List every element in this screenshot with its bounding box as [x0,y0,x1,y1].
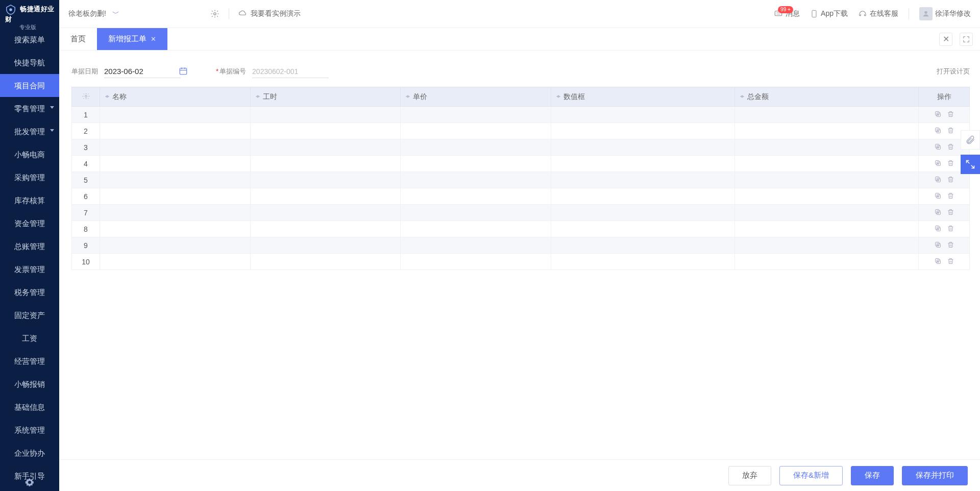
cell-number[interactable] [551,205,734,221]
sidebar-item-6[interactable]: 采购管理 [0,166,59,189]
cell-number[interactable] [551,221,734,237]
delete-row-icon[interactable] [947,193,954,201]
cell-number[interactable] [551,237,734,254]
col-name[interactable]: 名称 [100,87,251,107]
col-number[interactable]: 数值框 [551,87,734,107]
delete-row-icon[interactable] [947,144,954,152]
cell-hours[interactable] [250,221,401,237]
sidebar-item-2[interactable]: 项目合同 [0,74,59,97]
cell-number[interactable] [551,172,734,188]
cell-hours[interactable] [250,205,401,221]
copy-row-icon[interactable] [934,226,942,234]
cell-hours[interactable] [250,172,401,188]
cell-number[interactable] [551,139,734,156]
delete-row-icon[interactable] [947,242,954,250]
cell-name[interactable] [100,205,251,221]
cell-price[interactable] [401,205,551,221]
sidebar-item-8[interactable]: 资金管理 [0,212,59,235]
sidebar-item-17[interactable]: 系统管理 [0,419,59,441]
cell-name[interactable] [100,107,251,123]
cell-total[interactable] [734,107,918,123]
table-row[interactable]: 9 [72,237,970,254]
open-designer-link[interactable]: 打开设计页 [937,67,970,76]
delete-row-icon[interactable] [947,128,954,136]
sidebar-item-13[interactable]: 工资 [0,327,59,350]
delete-row-icon[interactable] [947,177,954,185]
cell-hours[interactable] [250,123,401,139]
sidebar-item-10[interactable]: 发票管理 [0,258,59,281]
col-hours[interactable]: 工时 [250,87,401,107]
delete-row-icon[interactable] [947,111,954,119]
delete-row-icon[interactable] [947,258,954,266]
delete-row-icon[interactable] [947,226,954,234]
copy-row-icon[interactable] [934,209,942,217]
sidebar-item-16[interactable]: 基础信息 [0,396,59,419]
copy-row-icon[interactable] [934,177,942,185]
sidebar-item-12[interactable]: 固定资产 [0,304,59,327]
cell-price[interactable] [401,237,551,254]
sidebar-item-14[interactable]: 经营管理 [0,350,59,373]
cell-price[interactable] [401,107,551,123]
messages-button[interactable]: 99 + 消息 [774,9,800,18]
cell-price[interactable] [401,156,551,172]
table-row[interactable]: 4 [72,156,970,172]
cell-number[interactable] [551,188,734,205]
cell-hours[interactable] [250,139,401,156]
save-and-new-button[interactable]: 保存&新增 [779,466,843,485]
cell-name[interactable] [100,123,251,139]
cell-number[interactable] [551,123,734,139]
cell-total[interactable] [734,205,918,221]
cell-name[interactable] [100,188,251,205]
close-all-button[interactable]: ✕ [939,33,952,46]
cell-name[interactable] [100,139,251,156]
save-button[interactable]: 保存 [851,466,894,485]
copy-row-icon[interactable] [934,242,942,250]
cell-number[interactable] [551,156,734,172]
sidebar-item-15[interactable]: 小畅报销 [0,373,59,396]
sidebar-item-11[interactable]: 税务管理 [0,281,59,304]
cell-price[interactable] [401,254,551,270]
save-and-print-button[interactable]: 保存并打印 [902,466,968,485]
user-menu[interactable]: 徐泽华修改 [919,7,971,20]
sidebar-item-0[interactable]: 搜索菜单 [0,28,59,51]
cell-total[interactable] [734,123,918,139]
table-row[interactable]: 3 [72,139,970,156]
cell-total[interactable] [734,172,918,188]
table-row[interactable]: 6 [72,188,970,205]
calendar-icon[interactable] [179,66,188,77]
date-input[interactable] [104,65,181,78]
tab-active[interactable]: 新增报工单 ✕ [97,28,167,50]
table-row[interactable]: 8 [72,221,970,237]
sidebar-item-9[interactable]: 总账管理 [0,235,59,258]
fullscreen-button[interactable] [960,33,973,46]
table-row[interactable]: 1 [72,107,970,123]
sidebar-item-18[interactable]: 企业协办 [0,441,59,464]
cell-total[interactable] [734,221,918,237]
col-price[interactable]: 单价 [401,87,551,107]
col-settings[interactable] [72,87,100,107]
cell-hours[interactable] [250,107,401,123]
cell-name[interactable] [100,237,251,254]
expand-rail-button[interactable] [961,155,980,174]
cell-name[interactable] [100,156,251,172]
close-icon[interactable]: ✕ [151,35,156,43]
company-selector[interactable]: 徐老板勿删! ﹀ [68,9,201,18]
tab-home[interactable]: 首页 [59,28,97,50]
sidebar-settings[interactable] [0,474,59,491]
cell-hours[interactable] [250,156,401,172]
cell-total[interactable] [734,139,918,156]
sidebar-item-1[interactable]: 快捷导航 [0,51,59,74]
sidebar-item-5[interactable]: 小畅电商 [0,143,59,166]
discard-button[interactable]: 放弃 [728,466,771,485]
cell-hours[interactable] [250,254,401,270]
col-total[interactable]: 总金额 [734,87,918,107]
sidebar-item-3[interactable]: 零售管理 [0,97,59,120]
copy-row-icon[interactable] [934,258,942,266]
cell-total[interactable] [734,188,918,205]
cell-total[interactable] [734,156,918,172]
delete-row-icon[interactable] [947,209,954,217]
table-row[interactable]: 5 [72,172,970,188]
copy-row-icon[interactable] [934,193,942,201]
customer-service[interactable]: 在线客服 [858,9,898,18]
sidebar-item-4[interactable]: 批发管理 [0,120,59,143]
